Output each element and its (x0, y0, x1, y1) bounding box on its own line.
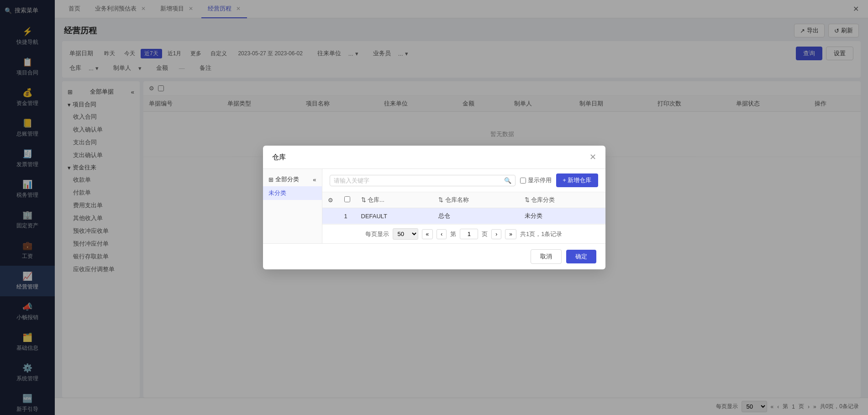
modal-footer: 取消 确定 (263, 243, 605, 269)
row-code: DEFAULT (356, 208, 433, 224)
modal-sidebar-all-label[interactable]: 全部分类 (275, 175, 299, 184)
sort-icon-cat: ⇅ (525, 196, 530, 203)
modal-search-input[interactable] (334, 177, 505, 184)
modal-page-prefix: 第 (450, 230, 456, 238)
col-cat-label: 仓库分类 (531, 196, 555, 203)
col-settings: ⚙ (322, 192, 339, 208)
modal-table: ⚙ ⇅ 仓库... ⇅ (322, 192, 605, 224)
cancel-button[interactable]: 取消 (531, 249, 562, 264)
modal-close-button[interactable]: ✕ (589, 152, 596, 162)
modal-page-input[interactable] (460, 229, 478, 239)
modal-sidebar-item-unclassified[interactable]: 未分类 (263, 186, 322, 200)
row-settings (322, 208, 339, 224)
warehouse-modal: 仓库 ✕ ⊞ 全部分类 « 未分类 (263, 146, 605, 269)
modal-total-info: 共1页，1条记录 (520, 230, 562, 238)
gear-icon[interactable]: ⚙ (328, 197, 333, 204)
modal-search-icon[interactable]: 🔍 (504, 177, 511, 184)
col-warehouse-name[interactable]: ⇅ 仓库名称 (433, 192, 519, 208)
modal-per-page-label: 每页显示 (365, 230, 389, 238)
col-checkbox (339, 192, 356, 208)
modal-toolbar: 🔍 显示停用 + 新增仓库 (322, 169, 605, 192)
modal-body: ⊞ 全部分类 « 未分类 🔍 显示停用 (263, 169, 605, 243)
show-disabled-checkbox[interactable] (520, 178, 526, 184)
modal-per-page-select[interactable]: 50 100 (393, 228, 418, 240)
row-index: 1 (339, 208, 356, 224)
col-name-label: 仓库名称 (445, 196, 469, 203)
col-warehouse-code[interactable]: ⇅ 仓库... (356, 192, 433, 208)
add-warehouse-button[interactable]: + 新增仓库 (556, 173, 598, 187)
modal-pagination: 每页显示 50 100 « ‹ 第 页 › » 共1页，1条记录 (322, 224, 605, 243)
collapse-modal-sidebar-icon[interactable]: « (313, 176, 316, 183)
modal-select-all[interactable] (344, 196, 350, 202)
modal-page-label: 页 (482, 230, 488, 238)
show-disabled-checkbox-label[interactable]: 显示停用 (520, 176, 552, 184)
modal-main: 🔍 显示停用 + 新增仓库 (322, 169, 605, 243)
modal-prev-page[interactable]: ‹ (437, 229, 447, 239)
grid-icon-modal: ⊞ (268, 176, 274, 183)
modal-sidebar-header: ⊞ 全部分类 « (263, 173, 322, 186)
row-category: 未分类 (519, 208, 605, 224)
row-name: 总仓 (433, 208, 519, 224)
modal-table-wrapper: ⚙ ⇅ 仓库... ⇅ (322, 192, 605, 224)
col-warehouse-category[interactable]: ⇅ 仓库分类 (519, 192, 605, 208)
modal-search-box: 🔍 (330, 175, 516, 186)
modal-first-page[interactable]: « (422, 229, 433, 239)
modal-sidebar-unclassified-label: 未分类 (268, 189, 286, 196)
col-code-label: 仓库... (368, 196, 384, 203)
add-label: + 新增仓库 (563, 176, 591, 184)
modal-header: 仓库 ✕ (263, 146, 605, 169)
modal-overlay: 仓库 ✕ ⊞ 全部分类 « 未分类 (0, 0, 868, 415)
modal-title: 仓库 (272, 153, 286, 162)
confirm-button[interactable]: 确定 (566, 250, 596, 263)
modal-next-page[interactable]: › (491, 229, 501, 239)
sort-icon-name: ⇅ (438, 196, 443, 203)
table-row[interactable]: 1 DEFAULT 总仓 未分类 (322, 208, 605, 224)
modal-last-page[interactable]: » (505, 229, 516, 239)
show-disabled-label: 显示停用 (528, 176, 552, 184)
modal-sidebar: ⊞ 全部分类 « 未分类 (263, 169, 322, 243)
sort-icon-code: ⇅ (361, 196, 366, 203)
